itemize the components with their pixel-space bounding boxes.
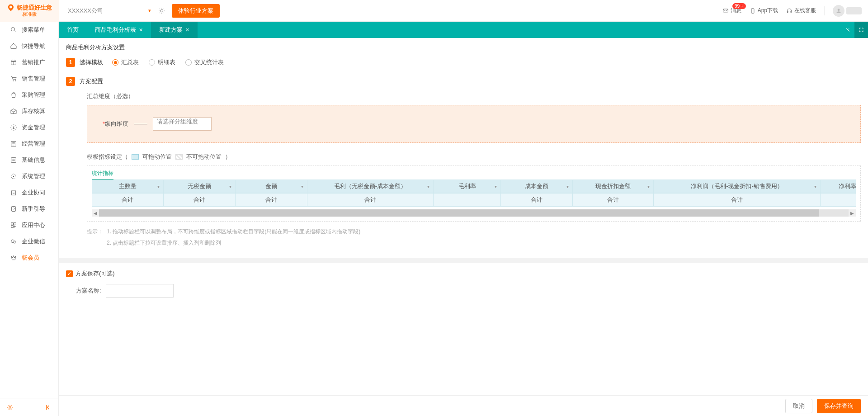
- radio-label: 明细表: [158, 58, 175, 66]
- metric-total-cell: 合计: [163, 193, 236, 207]
- template-radio-2[interactable]: 交叉统计表: [185, 58, 224, 66]
- topbar-messages[interactable]: 消息 99 +: [722, 7, 741, 14]
- plan-name-label: 方案名称:: [76, 287, 101, 295]
- save-plan-checkbox[interactable]: ✓: [66, 270, 73, 277]
- topbar-app-download[interactable]: App下载: [750, 7, 778, 14]
- metric-col-title: 现金折扣金额: [595, 182, 631, 190]
- tab-close-all-icon[interactable]: [841, 22, 854, 38]
- tab-close-icon[interactable]: ✕: [185, 27, 189, 33]
- tab-close-icon[interactable]: ✕: [139, 27, 143, 33]
- metric-total-cell: 合计: [92, 193, 164, 207]
- radio-icon: [185, 59, 192, 66]
- sidebar-item-label: 企业协同: [22, 189, 45, 197]
- svg-point-3: [11, 28, 15, 31]
- legend-fixed-label: 不可拖动位置: [186, 153, 222, 161]
- sidebar-item-label: 库存核算: [22, 107, 45, 115]
- metric-header-cell[interactable]: 净利润（毛利-现金折扣-销售费用）▾: [653, 180, 821, 193]
- dimension-dropzone[interactable]: *纵向维度 请选择分组维度: [87, 105, 861, 143]
- hints-label: 提示：: [87, 228, 103, 236]
- metric-header-cell[interactable]: 金额▾: [235, 180, 307, 193]
- svg-point-19: [9, 407, 11, 408]
- gift-icon: [10, 59, 17, 66]
- svg-rect-14: [11, 223, 14, 225]
- sidebar-item-system[interactable]: 系统管理: [0, 168, 58, 184]
- sidebar-settings-icon[interactable]: [6, 404, 14, 411]
- metric-header-cell[interactable]: 主数量▾: [92, 180, 164, 193]
- save-query-button[interactable]: 保存并查询: [817, 399, 861, 413]
- topbar-service[interactable]: 在线客服: [786, 7, 816, 14]
- user-menu[interactable]: [833, 5, 862, 17]
- metric-header-cell[interactable]: 成本金额▾: [500, 180, 573, 193]
- sidebar-item-base[interactable]: 基础信息: [0, 152, 58, 168]
- chevron-down-icon[interactable]: ▾: [427, 184, 429, 189]
- bag-icon: [10, 91, 17, 99]
- sidebar-item-corp[interactable]: 企业协同: [0, 184, 58, 201]
- chevron-down-icon[interactable]: ▾: [647, 184, 650, 189]
- report-icon: [10, 140, 17, 147]
- company-select[interactable]: XXXXXX公司 ▾: [64, 4, 155, 18]
- chevron-down-icon[interactable]: ▾: [495, 184, 497, 189]
- tab-新建方案[interactable]: 新建方案✕: [151, 22, 198, 38]
- plan-name-input[interactable]: [106, 284, 174, 298]
- dimension-select[interactable]: 请选择分组维度: [153, 117, 212, 131]
- sidebar-item-wechat[interactable]: 企业微信: [0, 233, 58, 250]
- corp-icon: [10, 189, 17, 196]
- sidebar-item-report[interactable]: 经营管理: [0, 136, 58, 152]
- metric-header-cell[interactable]: 毛利率▾: [433, 180, 501, 193]
- metric-total-cell: 合计: [653, 193, 821, 207]
- scroll-right-icon[interactable]: ▶: [849, 211, 856, 216]
- apps-icon: [10, 222, 17, 229]
- metric-horizontal-scrollbar[interactable]: ◀ ▶: [92, 209, 856, 217]
- metric-header-cell[interactable]: 毛利（无税金额-成本金额）▾: [307, 180, 434, 193]
- svg-point-11: [13, 176, 14, 177]
- sidebar-item-label: 采购管理: [22, 91, 45, 99]
- sidebar-item-label: 营销推广: [22, 58, 45, 66]
- sidebar-item-label: 资金管理: [22, 123, 45, 132]
- sidebar-item-money[interactable]: 资金管理: [0, 119, 58, 136]
- tab-fullscreen-icon[interactable]: [854, 22, 868, 38]
- sidebar-item-stock[interactable]: 库存核算: [0, 103, 58, 119]
- sidebar-item-guide[interactable]: 新手引导: [0, 201, 58, 217]
- sidebar-item-search[interactable]: 搜索菜单: [0, 22, 58, 38]
- legend-draggable-swatch: [132, 154, 139, 160]
- svg-rect-15: [14, 223, 16, 225]
- chevron-down-icon[interactable]: ▾: [301, 184, 303, 189]
- sidebar-item-gift[interactable]: 营销推广: [0, 54, 58, 71]
- metric-col-title: 金额: [265, 182, 277, 190]
- legend-fixed-swatch: [175, 154, 183, 160]
- metric-col-title: 毛利（无税金额-成本金额）: [334, 182, 406, 190]
- trial-button[interactable]: 体验行业方案: [172, 4, 220, 18]
- metric-col-title: 净利润（毛利-现金折扣-销售费用）: [691, 182, 783, 190]
- metric-header-cell[interactable]: 现金折扣金额▾: [572, 180, 654, 193]
- radio-icon: [112, 59, 118, 66]
- step2-badge: 2: [66, 77, 75, 86]
- chevron-down-icon[interactable]: ▾: [814, 184, 816, 189]
- metric-col-title: 主数量: [119, 182, 137, 190]
- tab-首页[interactable]: 首页: [59, 22, 87, 38]
- cancel-button[interactable]: 取消: [785, 399, 812, 413]
- scroll-left-icon[interactable]: ◀: [92, 211, 99, 216]
- dim-label: 纵向维度: [105, 120, 128, 127]
- sidebar-item-apps[interactable]: 应用中心: [0, 217, 58, 233]
- settings-icon[interactable]: [158, 7, 165, 14]
- chevron-down-icon[interactable]: ▾: [229, 184, 231, 189]
- base-icon: [10, 156, 17, 164]
- sidebar-item-bag[interactable]: 采购管理: [0, 87, 58, 103]
- svg-point-5: [13, 80, 14, 81]
- sidebar-collapse-icon[interactable]: [45, 404, 52, 411]
- chevron-down-icon[interactable]: ▾: [566, 184, 569, 189]
- metric-col-title: 成本金额: [525, 182, 548, 190]
- svg-rect-9: [11, 158, 16, 163]
- sidebar-item-vip[interactable]: 畅会员: [0, 250, 58, 266]
- template-radio-0[interactable]: 汇总表: [112, 58, 139, 66]
- metric-header-cell[interactable]: 净利率▾: [820, 180, 856, 193]
- chevron-down-icon[interactable]: ▾: [157, 184, 160, 189]
- sidebar-item-cart[interactable]: 销售管理: [0, 71, 58, 87]
- radio-label: 交叉统计表: [194, 58, 224, 66]
- sidebar-item-home[interactable]: 快捷导航: [0, 38, 58, 54]
- template-radio-1[interactable]: 明细表: [149, 58, 175, 66]
- tab-商品毛利分析表[interactable]: 商品毛利分析表✕: [87, 22, 151, 38]
- brand-block: 畅捷通好生意 标准版: [0, 0, 59, 22]
- sidebar-item-label: 系统管理: [22, 172, 45, 180]
- metric-header-cell[interactable]: 无税金额▾: [163, 180, 236, 193]
